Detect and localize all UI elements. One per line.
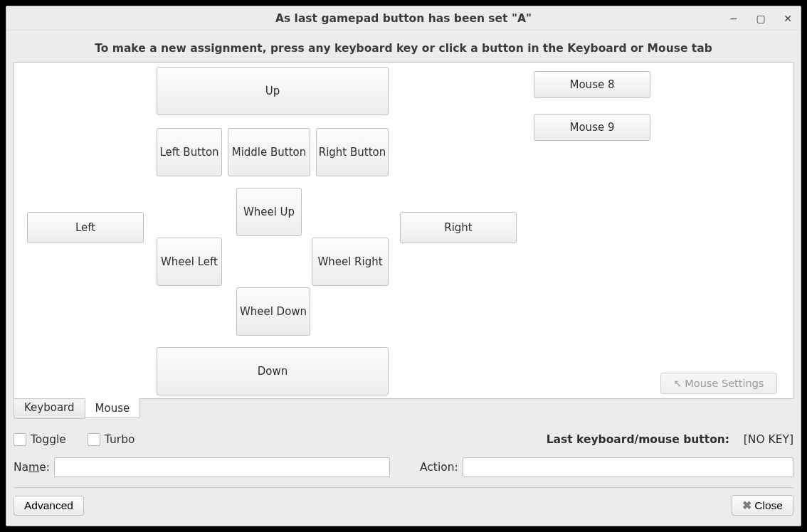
mouse-left-button[interactable]: Left Button bbox=[157, 128, 222, 176]
content-area: To make a new assignment, press any keyb… bbox=[6, 31, 801, 526]
mouse-9-button[interactable]: Mouse 9 bbox=[534, 114, 650, 141]
last-key-value: [NO KEY] bbox=[744, 433, 793, 446]
tab-keyboard[interactable]: Keyboard bbox=[14, 398, 85, 419]
tab-strip: Keyboard Mouse bbox=[14, 398, 793, 419]
turbo-checkbox[interactable] bbox=[88, 433, 100, 446]
tab-mouse[interactable]: Mouse bbox=[85, 398, 141, 418]
tab-panel-mouse: Up Left Button Middle Button Right Butto… bbox=[14, 62, 793, 399]
mouse-down-button[interactable]: Down bbox=[157, 347, 389, 395]
close-label: Close bbox=[754, 499, 783, 512]
action-label: Action: bbox=[420, 461, 458, 474]
name-action-row: Name: Action: bbox=[14, 457, 793, 477]
wheel-left-button[interactable]: Wheel Left bbox=[157, 238, 222, 286]
close-icon: ✖ bbox=[742, 499, 751, 512]
toggle-checkbox[interactable] bbox=[14, 433, 26, 446]
titlebar[interactable]: As last gamepad button has been set "A" … bbox=[6, 6, 801, 31]
dialog-window: As last gamepad button has been set "A" … bbox=[6, 6, 801, 526]
mouse-settings-label: Mouse Settings bbox=[685, 378, 764, 389]
window-controls: − ▢ ✕ bbox=[725, 6, 796, 31]
turbo-label: Turbo bbox=[105, 433, 135, 446]
instruction-text: To make a new assignment, press any keyb… bbox=[14, 42, 793, 55]
toggle-label: Toggle bbox=[31, 433, 66, 446]
bottom-button-row: Advanced ✖ Close bbox=[14, 495, 793, 516]
wheel-right-button[interactable]: Wheel Right bbox=[312, 238, 389, 286]
close-window-icon[interactable]: ✕ bbox=[779, 10, 796, 27]
move-right-button[interactable]: Right bbox=[400, 212, 517, 243]
mouse-settings-button: ↖ Mouse Settings bbox=[660, 373, 777, 394]
separator bbox=[14, 487, 793, 488]
last-key-display: Last keyboard/mouse button: [NO KEY] bbox=[547, 433, 793, 446]
name-input[interactable] bbox=[54, 457, 390, 477]
wheel-up-button[interactable]: Wheel Up bbox=[236, 188, 302, 236]
cursor-icon: ↖ bbox=[674, 378, 682, 389]
mouse-middle-button[interactable]: Middle Button bbox=[228, 128, 310, 176]
name-label: Name: bbox=[14, 461, 50, 474]
action-input[interactable] bbox=[463, 457, 793, 477]
mouse-up-button[interactable]: Up bbox=[157, 67, 389, 115]
move-left-button[interactable]: Left bbox=[27, 212, 144, 243]
minimize-icon[interactable]: − bbox=[725, 10, 742, 27]
window-title: As last gamepad button has been set "A" bbox=[275, 12, 532, 25]
mouse-8-button[interactable]: Mouse 8 bbox=[534, 71, 650, 98]
wheel-down-button[interactable]: Wheel Down bbox=[236, 287, 310, 336]
last-key-label: Last keyboard/mouse button: bbox=[547, 433, 729, 446]
advanced-label: Advanced bbox=[24, 499, 73, 512]
close-button[interactable]: ✖ Close bbox=[732, 495, 793, 516]
mouse-right-button[interactable]: Right Button bbox=[316, 128, 389, 176]
toggle-row: Toggle Turbo Last keyboard/mouse button:… bbox=[14, 433, 793, 446]
maximize-icon[interactable]: ▢ bbox=[752, 10, 769, 27]
advanced-button[interactable]: Advanced bbox=[14, 496, 84, 516]
